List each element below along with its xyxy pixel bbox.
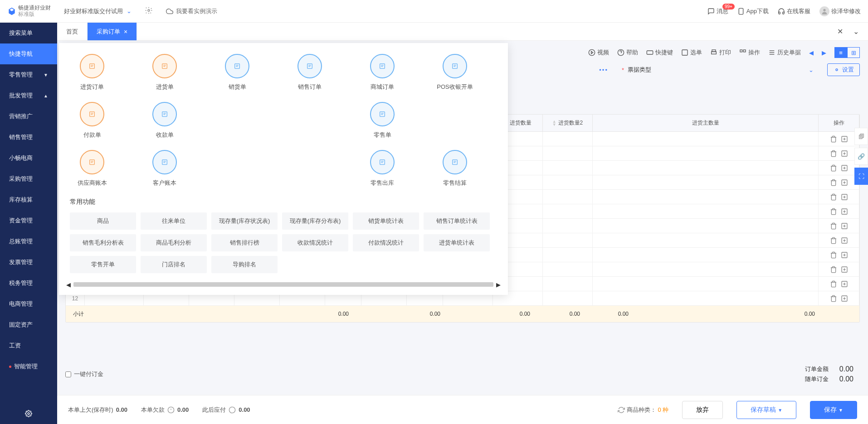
save-button[interactable]: 保存 ▼ xyxy=(810,401,857,419)
common-function-btn[interactable]: 付款情况统计 xyxy=(353,234,419,251)
common-function-btn[interactable]: 销售排行榜 xyxy=(211,234,278,251)
col-inqty2[interactable]: 进货数量2 xyxy=(558,119,583,127)
list-view-btn[interactable]: ≡ xyxy=(834,47,847,58)
sidebar-settings-icon[interactable] xyxy=(0,405,57,424)
sidebar-item-ledger[interactable]: 总账管理 xyxy=(0,231,57,252)
common-function-btn[interactable]: 销售订单统计表 xyxy=(424,212,490,230)
sidebar-item-salary[interactable]: 工资 xyxy=(0,335,57,356)
customer-service[interactable]: 在线客服 xyxy=(778,7,810,15)
add-icon[interactable] xyxy=(841,179,848,186)
operate-action[interactable]: 操作 xyxy=(739,48,760,57)
flow-item[interactable]: 付款单 xyxy=(72,102,112,139)
delete-icon[interactable] xyxy=(830,237,837,244)
sidebar-item-sales[interactable]: 销售管理 xyxy=(0,127,57,148)
scroll-right-icon[interactable]: ▶ xyxy=(496,281,501,288)
product-selector[interactable]: 好业财标准版交付试用 ⌄ xyxy=(55,7,141,15)
common-function-btn[interactable]: 进货单统计表 xyxy=(424,234,490,251)
flow-item[interactable]: 进货订单 xyxy=(72,54,112,91)
close-all-icon[interactable]: ✕ xyxy=(834,25,847,38)
refresh-icon[interactable] xyxy=(618,406,625,414)
add-icon[interactable] xyxy=(841,164,848,172)
flow-item[interactable]: 零售单 xyxy=(362,102,403,139)
add-icon[interactable] xyxy=(841,237,848,244)
delete-icon[interactable] xyxy=(830,164,837,172)
sidebar-item-inventory[interactable]: 库存核算 xyxy=(0,189,57,210)
float-btn-link-icon[interactable]: 🔗 xyxy=(854,148,868,165)
delete-icon[interactable] xyxy=(830,135,837,143)
more-field-icon[interactable]: ••• xyxy=(599,67,608,73)
flow-item[interactable]: 商城订单 xyxy=(362,54,403,91)
common-function-btn[interactable]: 往来单位 xyxy=(141,212,207,230)
add-icon[interactable] xyxy=(841,251,848,259)
common-function-btn[interactable]: 零售开单 xyxy=(70,256,136,273)
quicknav-scrollbar[interactable]: ◀ ▶ xyxy=(59,281,508,288)
prepay-checkbox[interactable]: 一键付订金 xyxy=(65,370,103,378)
gear-icon-header[interactable] xyxy=(145,7,152,15)
prev-doc-icon[interactable]: ◀ xyxy=(809,49,814,56)
sidebar-item-quicknav[interactable]: 快捷导航 xyxy=(0,43,57,64)
col-inqty[interactable]: 进货数量 xyxy=(510,119,532,127)
tab-home[interactable]: 首页 xyxy=(57,23,88,40)
add-icon[interactable] xyxy=(841,280,848,288)
sidebar-item-ecom-manage[interactable]: 电商管理 xyxy=(0,294,57,314)
sidebar-item-invoice[interactable]: 发票管理 xyxy=(0,252,57,273)
ticket-type-select[interactable]: ⌄ xyxy=(655,67,814,73)
delete-icon[interactable] xyxy=(830,251,837,259)
delete-icon[interactable] xyxy=(830,208,837,215)
delete-icon[interactable] xyxy=(830,193,837,201)
delete-icon[interactable] xyxy=(830,222,837,230)
info-icon[interactable] xyxy=(167,406,175,414)
delete-icon[interactable] xyxy=(830,150,837,157)
discard-button[interactable]: 放弃 xyxy=(682,401,723,419)
common-function-btn[interactable]: 收款情况统计 xyxy=(282,234,348,251)
more-tabs-icon[interactable]: ⌄ xyxy=(849,25,863,38)
add-icon[interactable] xyxy=(841,193,848,201)
video-action[interactable]: 视频 xyxy=(588,48,609,57)
help-action[interactable]: 帮助 xyxy=(617,48,638,57)
prepay-checkbox-input[interactable] xyxy=(65,371,71,377)
col-mainqty[interactable]: 进货主数量 xyxy=(692,119,719,127)
sidebar-item-retail[interactable]: 零售管理▼ xyxy=(0,64,57,85)
flow-item[interactable]: POS收银开单 xyxy=(434,54,475,91)
save-draft-button[interactable]: 保存草稿 ▼ xyxy=(736,401,796,419)
common-function-btn[interactable]: 门店排名 xyxy=(141,256,207,273)
flow-item[interactable]: 销货单 xyxy=(217,54,258,91)
common-function-btn[interactable]: 现存量(库存分布表) xyxy=(282,212,348,230)
flow-item[interactable]: 供应商账本 xyxy=(72,150,112,187)
add-icon[interactable] xyxy=(841,208,848,215)
sidebar-item-smart[interactable]: 智能管理 xyxy=(0,356,57,377)
flow-item[interactable]: 零售出库 xyxy=(362,150,403,187)
delete-icon[interactable] xyxy=(830,280,837,288)
flow-item[interactable]: 客户账本 xyxy=(144,150,185,187)
shortcut-action[interactable]: 快捷键 xyxy=(646,48,673,57)
demo-link[interactable]: 我要看实例演示 xyxy=(166,7,217,15)
common-function-btn[interactable]: 商品 xyxy=(70,212,136,230)
add-icon[interactable] xyxy=(841,266,848,273)
flow-item[interactable]: 进货单 xyxy=(144,54,185,91)
delete-icon[interactable] xyxy=(830,266,837,273)
sidebar-search[interactable]: 搜索菜单 xyxy=(0,23,57,43)
sidebar-item-marketing[interactable]: 营销推广 xyxy=(0,106,57,127)
common-function-btn[interactable]: 导购排名 xyxy=(211,256,278,273)
common-function-btn[interactable]: 销货单统计表 xyxy=(353,212,419,230)
add-icon[interactable] xyxy=(841,295,848,302)
common-function-btn[interactable]: 销售毛利分析表 xyxy=(70,234,136,251)
delete-icon[interactable] xyxy=(830,295,837,302)
add-icon[interactable] xyxy=(841,135,848,143)
flow-item[interactable]: 销售订单 xyxy=(289,54,330,91)
message-item[interactable]: 消息 99+ xyxy=(707,7,728,15)
user-profile[interactable]: 徐泽华修改 xyxy=(819,6,861,16)
settings-button[interactable]: 设置 xyxy=(827,63,860,76)
sidebar-item-wholesale[interactable]: 批发管理▲ xyxy=(0,85,57,106)
sidebar-item-fixed-asset[interactable]: 固定资产 xyxy=(0,314,57,335)
sidebar-item-tax[interactable]: 税务管理 xyxy=(0,273,57,294)
tab-purchase-order[interactable]: 采购订单 × xyxy=(88,23,137,40)
float-btn-expand-icon[interactable]: ⛶ xyxy=(854,168,868,185)
float-btn-1[interactable]: 🗐 xyxy=(854,128,868,145)
select-action[interactable]: 选单 xyxy=(681,48,702,57)
print-action[interactable]: 打印 xyxy=(710,48,731,57)
add-icon[interactable] xyxy=(841,150,848,157)
history-action[interactable]: 历史单据 xyxy=(768,48,801,57)
scroll-left-icon[interactable]: ◀ xyxy=(66,281,71,288)
app-download[interactable]: App下载 xyxy=(737,7,769,15)
